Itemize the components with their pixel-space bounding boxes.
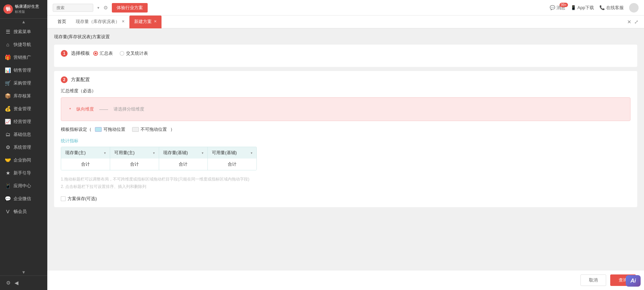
cell-1-3: 合计 [159,159,208,170]
tab-new-scheme-label: 新建方案 [134,19,152,25]
sidebar-item-label: 快捷导航 [14,42,31,48]
online-service-btn[interactable]: 📞 在线客服 [599,5,624,11]
section1-title: 选择模板 [71,50,90,56]
stats-col-2[interactable]: 可用量(主) ▾ [110,147,159,159]
cancel-button[interactable]: 取消 [580,274,606,286]
radio-summary-circle [93,51,98,56]
tab-inventory-label: 现存量（库存状况表） [76,19,120,25]
header-dropdown-icon[interactable]: ▾ [97,5,99,10]
sidebar-item-purchase[interactable]: 🛒 采购管理 [0,77,47,90]
sidebar-item-marketing[interactable]: 🎁 营销推广 [0,51,47,64]
tip-2: 2. 点击标题栏下拉可设置排序、插入列和删除列 [61,183,630,191]
quick-nav-icon: ⌂ [5,42,11,48]
header-right: 💬 消息 99+ 📱 App下载 📞 在线客服 [550,3,639,13]
section2-header: 2 方案配置 [61,76,630,83]
sidebar-item-label: 企业协同 [14,157,31,163]
col3-arrow: ▾ [202,151,203,155]
sidebar-item-label: 销售管理 [14,67,31,73]
col4-arrow: ▾ [251,151,252,155]
logo-icon: 畅 [3,4,13,14]
sidebar-item-label: 畅会员 [14,209,27,215]
section1-header: 1 选择模板 汇总表 交叉统计表 [61,50,630,57]
template-radio-group: 汇总表 交叉统计表 [93,50,148,56]
tab-new-scheme[interactable]: 新建方案 ✕ [129,16,162,28]
section2-card: 2 方案配置 汇总维度（必选） * 纵向维度 —— 请选择分组维度 模板指标设定… [54,71,637,207]
sidebar-item-inventory[interactable]: 📦 库存核算 [0,90,47,102]
sidebar-scroll-up[interactable]: ▲ [0,19,47,25]
indicator-end: ） [170,126,175,132]
cell-1-4: 合计 [208,159,256,170]
radio-cross[interactable]: 交叉统计表 [120,50,148,56]
search-menu-icon: ☰ [5,29,11,35]
sidebar-item-app-center[interactable]: 📱 应用中心 [0,179,47,192]
radio-summary-label: 汇总表 [100,50,113,56]
header-search-input[interactable] [53,4,93,12]
experience-btn[interactable]: 体验行业方案 [112,3,148,13]
sidebar-item-operations[interactable]: 📈 经营管理 [0,115,47,128]
sidebar-item-member[interactable]: V 畅会员 [0,205,47,218]
tab-home[interactable]: 首页 [53,16,71,28]
stats-col-3[interactable]: 现存量(基辅) ▾ [159,147,208,159]
sidebar-item-label: 应用中心 [14,183,31,189]
member-icon: V [5,209,11,215]
section1-card: 1 选择模板 汇总表 交叉统计表 [54,45,637,67]
app-download-label: App下载 [577,5,594,11]
tab-inventory-close[interactable]: ✕ [122,19,125,24]
sidebar-item-wechat[interactable]: 💬 企业微信 [0,192,47,205]
sidebar-item-label: 营销推广 [14,54,31,61]
wechat-icon: 💬 [5,196,11,202]
sidebar-item-new-guide[interactable]: ★ 新手引导 [0,167,47,179]
sidebar-scroll-down[interactable]: ▼ [0,269,47,275]
marketing-icon: 🎁 [5,54,11,61]
ai-badge[interactable]: Ai [626,275,641,287]
logo-text: 畅康通好生意 标准版 [15,4,39,14]
tab-new-scheme-close[interactable]: ✕ [154,19,157,24]
purchase-icon: 🛒 [5,80,11,86]
sidebar-item-search-menu[interactable]: ☰ 搜索菜单 [0,25,47,38]
draggable-label: 可拖动位置 [103,126,125,132]
sidebar-item-label: 库存核算 [14,93,31,99]
header-gear-icon[interactable]: ⚙ [103,5,108,11]
cell-1-1: 合计 [61,159,110,170]
message-btn[interactable]: 💬 消息 99+ [550,5,565,11]
tab-expand-btn[interactable]: ⤢ [634,19,639,25]
app-center-icon: 📱 [5,183,11,189]
sound-icon[interactable]: ◀ [13,279,20,287]
sidebar-item-basic-info[interactable]: 🗂 基础信息 [0,128,47,141]
settings-icon[interactable]: ⚙ [5,279,12,287]
sidebar: 畅 畅康通好生意 标准版 ▲ ☰ 搜索菜单 ⌂ 快捷导航 🎁 营销推广 📊 销售… [0,0,47,290]
non-draggable-box [132,127,139,132]
section2-number: 2 [61,76,68,83]
section1-number: 1 [61,50,68,57]
app-download-btn[interactable]: 📱 App下载 [571,5,594,11]
draggable-tag: 可拖动位置 [95,126,125,132]
col4-label: 可用量(基辅) [212,150,237,156]
top-header: ▾ ⚙ 体验行业方案 💬 消息 99+ 📱 App下载 📞 在线客服 [47,0,644,16]
sidebar-item-quick-nav[interactable]: ⌂ 快捷导航 [0,38,47,51]
sidebar-item-finance[interactable]: 💰 资金管理 [0,102,47,115]
sidebar-nav: ☰ 搜索菜单 ⌂ 快捷导航 🎁 营销推广 📊 销售管理 🛒 采购管理 📦 库存核… [0,25,47,269]
tab-bar: 首页 现存量（库存状况表） ✕ 新建方案 ✕ ✕ ⤢ [47,16,644,28]
cell-1-2: 合计 [110,159,159,170]
sidebar-item-sales[interactable]: 📊 销售管理 [0,64,47,77]
tip-1: 1.拖动标题栏可以调整布局，不可跨维度或指标区域拖动栏目字段(只能在同一维度或指… [61,176,630,183]
radio-summary[interactable]: 汇总表 [93,50,113,56]
basic-info-icon: 🗂 [5,131,11,138]
user-avatar[interactable] [629,3,639,13]
sidebar-bottom: ⚙ ◀ [0,275,47,290]
sidebar-item-label: 采购管理 [14,80,31,86]
stats-col-4[interactable]: 可用量(基辅) ▾ [208,147,256,159]
indicator-config-area: 模板指标设定（ 可拖动位置 不可拖动位置 ） 统计指标 [61,126,630,170]
sidebar-item-cooperation[interactable]: 🤝 企业协同 [0,154,47,167]
stats-col-1[interactable]: 现存量(主) ▾ [61,147,110,159]
tab-inventory-status[interactable]: 现存量（库存状况表） ✕ [71,16,129,28]
message-badge: 99+ [560,3,568,7]
stats-table: 现存量(主) ▾ 可用量(主) ▾ 现存量(基辅) ▾ 可用量(基辅) [61,147,257,170]
save-checkbox[interactable] [61,196,66,201]
sidebar-item-system[interactable]: ⚙ 系统管理 [0,141,47,154]
sales-icon: 📊 [5,67,11,73]
tips-section: 1.拖动标题栏可以调整布局，不可跨维度或指标区域拖动栏目字段(只能在同一维度或指… [61,176,630,190]
dim-select-area[interactable]: * 纵向维度 —— 请选择分组维度 [61,97,630,121]
sidebar-item-label: 企业微信 [14,196,31,202]
tab-close-btn[interactable]: ✕ [627,19,631,25]
